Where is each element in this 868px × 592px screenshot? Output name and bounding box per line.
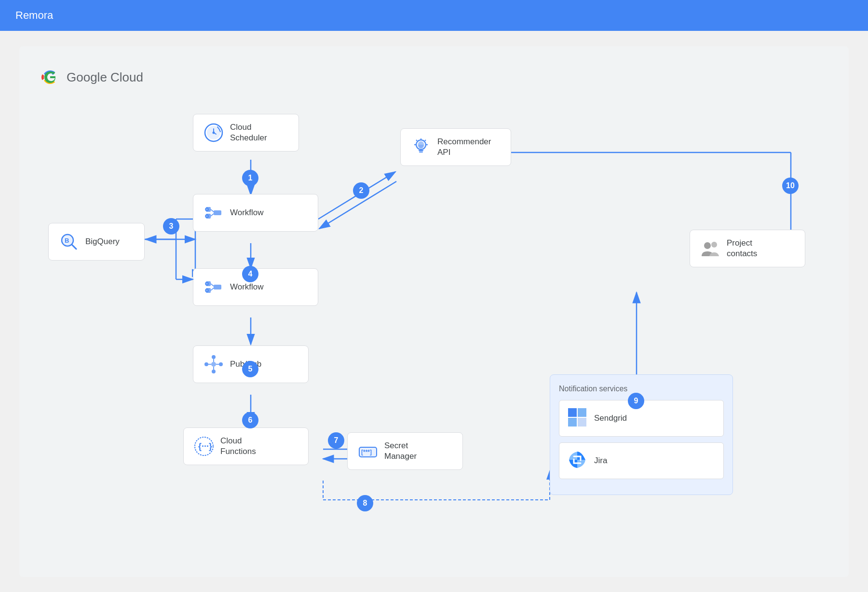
step-4: 4 xyxy=(242,266,258,282)
sendgrid-icon xyxy=(567,407,587,429)
svg-point-22 xyxy=(213,132,215,134)
google-cloud-logo: Google Cloud xyxy=(39,66,829,89)
project-contacts-box: Projectcontacts xyxy=(690,230,805,267)
svg-point-48 xyxy=(212,355,216,359)
workflow2-label: Workflow xyxy=(230,282,264,292)
svg-line-43 xyxy=(211,284,214,286)
svg-line-26 xyxy=(416,140,417,141)
cloud-scheduler-label: CloudScheduler xyxy=(230,122,267,143)
recommender-label: RecommenderAPI xyxy=(437,137,491,158)
secret-manager-label: SecretManager xyxy=(384,441,417,462)
jira-label: Jira xyxy=(594,456,607,466)
svg-rect-64 xyxy=(568,418,577,427)
notification-panel: Notification services Sendgrid xyxy=(550,374,733,495)
google-cloud-icon xyxy=(39,66,62,89)
svg-point-60 xyxy=(704,242,711,249)
cloud-scheduler-icon xyxy=(203,122,224,143)
svg-text:[***]: [***] xyxy=(361,449,372,455)
step-6: 6 xyxy=(242,412,258,428)
secret-manager-icon: [***] xyxy=(357,441,379,462)
svg-point-51 xyxy=(219,362,223,366)
cloud-functions-box: {···} CloudFunctions xyxy=(183,427,309,465)
svg-rect-63 xyxy=(578,408,586,417)
cloud-functions-label: CloudFunctions xyxy=(220,436,256,457)
svg-point-50 xyxy=(204,362,208,366)
cloud-functions-icon: {···} xyxy=(193,436,215,457)
app-header: Remora xyxy=(0,0,868,31)
step-7: 7 xyxy=(328,432,344,449)
recommender-box: RecommenderAPI xyxy=(400,128,511,166)
project-contacts-icon xyxy=(700,238,721,259)
workflow1-label: Workflow xyxy=(230,207,264,218)
diagram-arrows-top xyxy=(19,46,849,577)
project-contacts-label: Projectcontacts xyxy=(727,238,757,259)
pubsub-icon xyxy=(203,354,224,375)
step-5: 5 xyxy=(242,361,258,377)
cloud-scheduler-box: CloudScheduler xyxy=(193,114,299,151)
svg-rect-65 xyxy=(578,418,586,427)
sendgrid-label: Sendgrid xyxy=(594,413,627,423)
svg-line-34 xyxy=(211,214,214,216)
workflow2-icon xyxy=(203,276,224,298)
jira-box: Jira xyxy=(559,442,724,479)
svg-line-25 xyxy=(425,140,426,141)
diagram-canvas: Google Cloud xyxy=(19,46,849,577)
svg-point-61 xyxy=(711,242,717,248)
svg-point-29 xyxy=(418,141,424,148)
step-9: 9 xyxy=(628,393,644,409)
step-8: 8 xyxy=(357,495,373,511)
notification-title: Notification services xyxy=(559,385,724,393)
jira-icon xyxy=(567,450,587,472)
svg-rect-32 xyxy=(214,210,221,215)
svg-line-44 xyxy=(211,288,214,290)
workflow1-box: Workflow xyxy=(193,194,318,232)
svg-rect-42 xyxy=(214,285,221,289)
diagram-arrows xyxy=(19,46,849,577)
svg-rect-62 xyxy=(568,408,577,417)
step-10: 10 xyxy=(782,178,799,194)
svg-text:{···}: {···} xyxy=(198,441,212,451)
bigquery-label: BigQuery xyxy=(85,236,120,247)
secret-manager-box: [***] SecretManager xyxy=(347,432,463,470)
bigquery-icon: B xyxy=(58,231,80,252)
google-cloud-text: Google Cloud xyxy=(67,70,143,85)
workflow1-icon xyxy=(203,202,224,223)
svg-line-38 xyxy=(72,245,76,249)
recommender-icon xyxy=(410,137,432,158)
step-2: 2 xyxy=(353,182,369,199)
svg-point-49 xyxy=(212,370,216,373)
svg-text:B: B xyxy=(65,237,69,244)
step-1: 1 xyxy=(242,170,258,186)
app-title: Remora xyxy=(15,9,53,22)
bigquery-box: B BigQuery xyxy=(48,223,145,261)
svg-point-47 xyxy=(211,362,216,367)
svg-line-33 xyxy=(211,209,214,212)
step-3: 3 xyxy=(163,218,179,234)
